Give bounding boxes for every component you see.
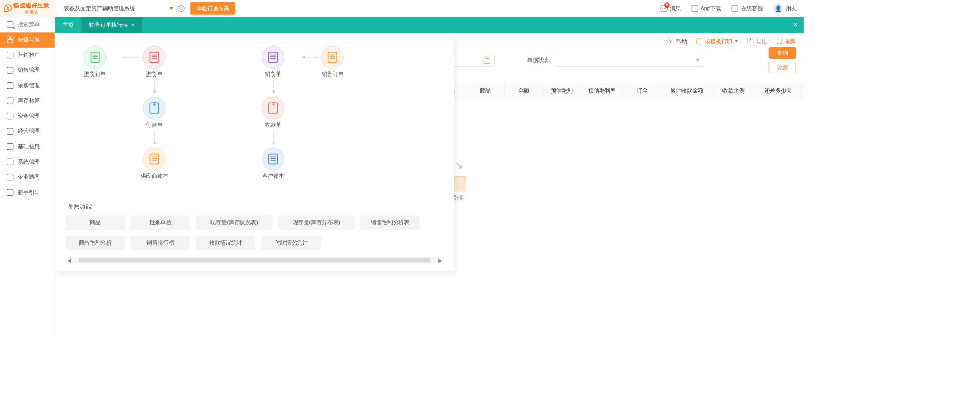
quick-btn-sales-profit[interactable]: 销售毛利分析表 [360, 216, 420, 230]
quick-btn-receipt-stat[interactable]: 收款情况统计 [196, 236, 255, 250]
gear-icon[interactable] [178, 5, 185, 11]
arrow-icon [273, 80, 274, 93]
online-service-link[interactable]: 在线客服 [732, 5, 763, 12]
settings-button[interactable]: 设置 [769, 61, 796, 73]
doc-icon [91, 52, 100, 63]
query-button[interactable]: 查询 [769, 47, 796, 59]
th: 预估毛利率 [581, 83, 623, 98]
top-header: b 畅捷通好生意 标准版 装备及固定资产辅助管理系统 体验行业方案 6 消息 A… [0, 0, 804, 17]
scrollbar-track[interactable] [79, 258, 431, 262]
arrow-icon [154, 80, 155, 93]
doc-icon [268, 154, 278, 164]
sidebar: 搜索菜单 快捷导航 营销推广 销售管理 采购管理 库存核算 资金管理 经营管理 … [0, 17, 55, 337]
message-badge: 6 [664, 2, 670, 8]
sidebar-item-quicknav[interactable]: 快捷导航 [0, 32, 55, 48]
chevron-down-icon [735, 40, 738, 42]
close-all-tabs[interactable]: × [788, 17, 804, 33]
doc-icon [149, 52, 159, 63]
tab-sales-order-exec[interactable]: 销售订单执行表 × [81, 17, 142, 33]
experience-button[interactable]: 体验行业方案 [190, 2, 235, 15]
flow-node-purchase[interactable]: 进货单 [143, 46, 165, 78]
arrow-icon [273, 131, 274, 144]
quick-btn-payment-stat[interactable]: 付款情况统计 [261, 236, 321, 250]
calendar-icon [484, 56, 490, 63]
book-icon [7, 189, 13, 196]
messages-link[interactable]: 6 消息 [660, 5, 681, 12]
quick-btn-sales-rank[interactable]: 销售排行榜 [131, 236, 190, 250]
quick-btn-partner[interactable]: 往来单位 [131, 216, 190, 230]
tab-home[interactable]: 首页 [55, 17, 82, 33]
status-select[interactable] [556, 54, 704, 67]
people-icon [7, 174, 13, 180]
flow-node-sales-order[interactable]: 销售订单 [321, 46, 344, 78]
flyout-scrollbar[interactable]: ◀ ▶ [65, 257, 443, 264]
sidebar-item-marketing[interactable]: 营销推广 [0, 48, 55, 63]
grid-icon [7, 52, 13, 58]
th: 还差多少天 [755, 83, 802, 98]
scroll-right-icon[interactable]: ▶ [436, 257, 444, 263]
arrow-icon [154, 131, 155, 144]
app-logo: b 畅捷通好生意 标准版 [0, 0, 55, 17]
money-icon [7, 113, 13, 119]
sidebar-item-operation[interactable]: 经营管理 [0, 124, 55, 139]
avatar-icon: 👤 [773, 3, 783, 13]
quick-btn-goods-profit[interactable]: 商品毛利分析 [65, 236, 125, 250]
quick-btn-stock-status[interactable]: 现存量(库存状况表) [196, 216, 273, 230]
user-menu[interactable]: 👤 用友 [773, 3, 797, 13]
close-icon[interactable]: × [131, 22, 134, 28]
flow-node-sales[interactable]: 销货单 [262, 46, 284, 78]
system-name: 装备及固定资产辅助管理系统 [64, 5, 135, 12]
quick-btn-product[interactable]: 商品 [65, 216, 125, 230]
gear2-icon [7, 159, 13, 165]
money-doc-icon [149, 102, 159, 113]
flow-node-purchase-order[interactable]: 进货订单 [84, 46, 107, 78]
chevron-down-icon [169, 7, 173, 10]
logo-icon: b [4, 4, 12, 12]
scroll-left-icon[interactable]: ◀ [65, 257, 72, 263]
help-icon: ? [668, 38, 673, 44]
sidebar-item-system[interactable]: 系统管理 [0, 154, 55, 170]
flow-node-supplier-ledger[interactable]: 供应商账本 [141, 147, 168, 179]
home-icon [7, 37, 13, 43]
flow-node-payment[interactable]: 付款单 [143, 97, 165, 129]
th: 累计收款金额 [661, 83, 712, 98]
quicknav-flyout: 进货订单 进货单 销货单 销售订单 付款单 收款单 [55, 33, 454, 271]
flow-node-receipt[interactable]: 收款单 [262, 97, 284, 129]
sidebar-item-sales[interactable]: 销售管理 [0, 63, 55, 78]
phone-icon [691, 5, 698, 11]
print-icon [696, 38, 702, 44]
app-download-link[interactable]: App下载 [691, 5, 721, 12]
sidebar-item-inventory[interactable]: 库存核算 [0, 93, 55, 109]
th: 收款比例 [713, 83, 755, 98]
sidebar-item-purchase[interactable]: 采购管理 [0, 78, 55, 94]
tab-strip: 首页 销售订单执行表 × × [0, 17, 804, 33]
export-icon [748, 38, 753, 44]
bag-icon [7, 82, 13, 89]
sidebar-item-guide[interactable]: 新手引导 [0, 185, 55, 201]
sidebar-item-search[interactable]: 搜索菜单 [0, 17, 55, 33]
search-icon [7, 21, 13, 28]
flow-node-customer-ledger[interactable]: 客户账本 [262, 147, 284, 179]
sidebar-item-collab[interactable]: 企业协同 [0, 170, 55, 185]
quick-btn-stock-dist[interactable]: 现存量(库存分布表) [278, 216, 355, 230]
house-icon [7, 98, 13, 104]
print-button[interactable]: 按模板打印 [696, 38, 738, 45]
list-icon [7, 143, 13, 150]
sidebar-item-finance[interactable]: 资金管理 [0, 109, 55, 124]
help-link[interactable]: ?帮助 [668, 38, 687, 45]
th: 金额 [505, 83, 543, 98]
refresh-button[interactable]: 刷新 [776, 38, 796, 45]
sidebar-item-basicinfo[interactable]: 基础信息 [0, 139, 55, 155]
chevron-down-icon [696, 59, 700, 62]
tag-icon [7, 67, 13, 74]
th: 商品 [466, 83, 505, 98]
doc-icon [149, 154, 159, 164]
export-button[interactable]: 导出 [748, 38, 767, 45]
doc-icon [268, 52, 278, 63]
headset-icon [732, 5, 738, 11]
status-label: 单据状态 [527, 56, 549, 64]
common-functions-grid: 商品 往来单位 现存量(库存状况表) 现存量(库存分布表) 销售毛利分析表 商品… [65, 216, 443, 250]
top-links: 6 消息 App下载 在线客服 👤 用友 [660, 3, 796, 13]
logo-text: 畅捷通好生意 [13, 2, 49, 9]
system-selector[interactable]: 装备及固定资产辅助管理系统 [64, 5, 185, 12]
